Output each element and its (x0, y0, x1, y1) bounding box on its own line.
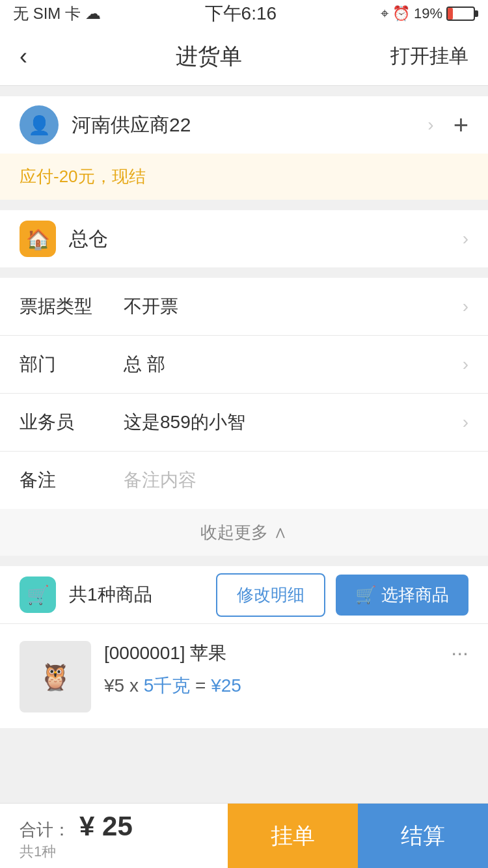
footer-total-info: 合计： ¥ 25 共1种 (20, 811, 133, 861)
battery-percent: 19% (414, 5, 442, 22)
dept-label: 部门 (20, 352, 124, 377)
divider-3 (0, 556, 488, 566)
sales-label: 业务员 (20, 410, 124, 435)
product-header: 🛒 共1种商品 修改明细 🛒 选择商品 (0, 566, 488, 623)
product-count: 共1种商品 (69, 582, 216, 607)
price-equals: = (195, 675, 211, 696)
product-thumbnail: 🦉 (20, 641, 91, 712)
product-code: [0000001] (104, 643, 185, 663)
invoice-label: 票据类型 (20, 294, 124, 319)
open-pending-button[interactable]: 打开挂单 (390, 43, 468, 70)
supplier-chevron-icon: › (427, 115, 433, 135)
nav-bar: ‹ 进货单 打开挂单 (0, 27, 488, 86)
remark-input[interactable]: 备注内容 (124, 468, 468, 493)
select-product-button[interactable]: 🛒 选择商品 (336, 575, 468, 616)
add-supplier-button[interactable]: + (454, 111, 468, 140)
hang-button[interactable]: 挂单 (228, 804, 358, 868)
supplier-row: 👤 河南供应商22 › + (0, 96, 488, 154)
warehouse-section: 🏠 总仓 › (0, 210, 488, 267)
product-more-button[interactable]: ··· (451, 641, 468, 665)
footer-total-row: 合计： ¥ 25 (20, 811, 133, 842)
divider-top (0, 86, 488, 96)
status-bar: 无 SIM 卡 ☁ 下午6:16 ⌖ ⏰ 19% (0, 0, 488, 27)
alarm-icon: ⏰ (392, 5, 410, 22)
warehouse-row[interactable]: 🏠 总仓 › (0, 210, 488, 267)
battery-fill (448, 8, 453, 20)
dept-value: 总 部 (124, 352, 463, 377)
footer-total: 合计： ¥ 25 共1种 (0, 804, 228, 868)
back-button[interactable]: ‹ (20, 43, 27, 70)
footer-count: 共1种 (20, 842, 133, 861)
avatar-icon: 👤 (28, 115, 51, 136)
supplier-name[interactable]: 河南供应商22 (72, 112, 427, 139)
product-title: 苹果 (190, 643, 226, 663)
product-quantity[interactable]: 5千克 (144, 675, 191, 696)
dept-row[interactable]: 部门 总 部 › (0, 336, 488, 393)
collapse-button[interactable]: 收起更多 ∧ (0, 509, 488, 556)
warehouse-name: 总仓 (69, 226, 463, 252)
supplier-section: 👤 河南供应商22 › + 应付-20元，现结 (0, 96, 488, 200)
product-icon: 🛒 (20, 576, 56, 613)
owl-logo: 🦉 (39, 662, 72, 692)
price-value: ¥5 (104, 675, 124, 696)
product-name: [0000001] 苹果 (104, 641, 451, 666)
warehouse-chevron-icon: › (463, 228, 468, 249)
divider-1 (0, 200, 488, 210)
status-left: 无 SIM 卡 ☁ (13, 3, 101, 24)
invoice-row[interactable]: 票据类型 不开票 › (0, 278, 488, 335)
invoice-value: 不开票 (124, 294, 463, 319)
edit-detail-button[interactable]: 修改明细 (216, 573, 325, 617)
total-label: 合计： (20, 819, 70, 841)
sales-value: 这是859的小智 (124, 410, 463, 435)
battery-icon (446, 7, 475, 21)
product-price: ¥5 x 5千克 = ¥25 (104, 673, 451, 698)
page-title: 进货单 (176, 42, 242, 72)
divider-2 (0, 267, 488, 278)
warehouse-icon: 🏠 (20, 221, 56, 257)
cart-icon: 🛒 (355, 585, 376, 605)
divider-products (0, 623, 488, 624)
product-item: 🦉 [0000001] 苹果 ¥5 x 5千克 = ¥25 ··· (0, 625, 488, 728)
sales-chevron-icon: › (463, 412, 468, 433)
sim-label: 无 SIM 卡 ☁ (13, 3, 101, 24)
supplier-avatar: 👤 (20, 105, 59, 144)
price-times: x (129, 675, 144, 696)
checkout-button[interactable]: 结算 (358, 804, 488, 868)
product-info: [0000001] 苹果 ¥5 x 5千克 = ¥25 (104, 641, 451, 698)
invoice-chevron-icon: › (463, 296, 468, 317)
sales-row[interactable]: 业务员 这是859的小智 › (0, 394, 488, 451)
products-section: 🛒 共1种商品 修改明细 🛒 选择商品 🦉 [0000001] 苹果 ¥5 x … (0, 566, 488, 728)
remark-row[interactable]: 备注 备注内容 (0, 452, 488, 509)
total-amount: ¥ 25 (79, 811, 133, 842)
notice-bar: 应付-20元，现结 (0, 154, 488, 200)
status-time: 下午6:16 (205, 1, 277, 26)
product-total: ¥25 (211, 675, 241, 696)
location-icon: ⌖ (381, 5, 388, 22)
footer-spacer (0, 728, 488, 793)
form-section: 票据类型 不开票 › 部门 总 部 › 业务员 这是859的小智 › 备注 备注… (0, 278, 488, 509)
footer: 合计： ¥ 25 共1种 挂单 结算 (0, 803, 488, 868)
dept-chevron-icon: › (463, 354, 468, 375)
remark-label: 备注 (20, 468, 124, 493)
status-right: ⌖ ⏰ 19% (381, 5, 475, 22)
